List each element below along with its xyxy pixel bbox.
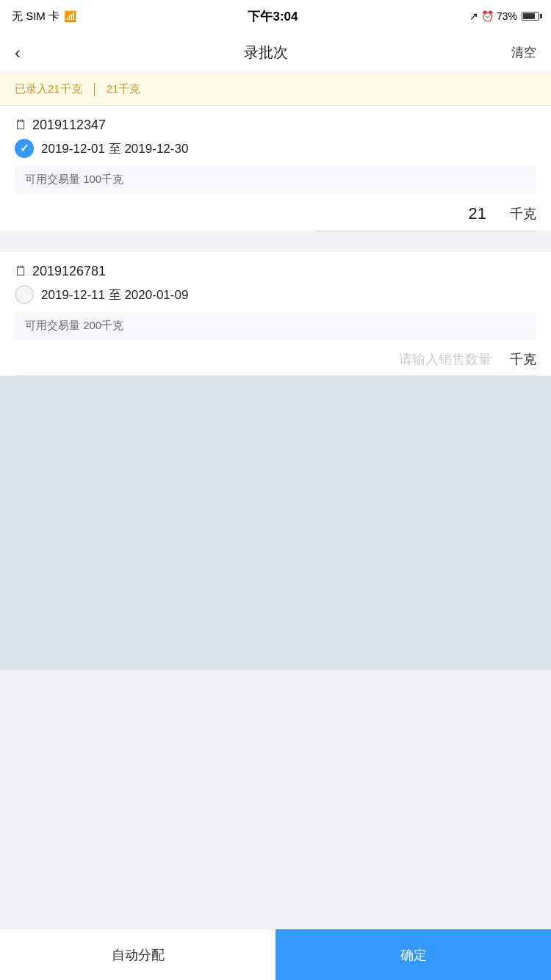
status-time: 下午3:04 [248,8,298,25]
batch1-id: 2019112347 [32,118,106,133]
summary-divider [94,83,95,96]
batch2-date: 2019-12-11 至 2020-01-09 [41,287,188,303]
batch2-header: 🗒 2019126781 [15,264,536,279]
batch1-date-row[interactable]: 2019-12-01 至 2019-12-30 [15,139,536,158]
batch-card-1: 🗒 2019112347 2019-12-01 至 2019-12-30 可用交… [0,106,551,194]
batch2-qty-unit: 千克 [510,350,536,368]
location-icon: ↗ [469,10,478,22]
battery-icon [522,12,539,21]
batch2-id: 2019126781 [32,264,106,279]
battery-text: 73% [497,10,517,22]
batch2-input-row: 千克 [0,340,551,375]
confirm-button[interactable]: 确定 [276,929,551,980]
gray-area [0,376,551,670]
batch1-date: 2019-12-01 至 2019-12-30 [41,140,188,157]
batch1-icon: 🗒 [15,118,28,133]
status-left: 无 SIM 卡 📶 [12,10,76,24]
bottom-bar: 自动分配 确定 [0,929,551,980]
batch1-qty-row: 21 千克 [0,194,551,231]
summary-label2: 21千克 [107,82,141,96]
batch2-qty-input[interactable] [332,352,503,367]
batch1-avail-box: 可用交易量 100千克 [15,165,536,194]
batch2-radio[interactable] [15,285,34,304]
alarm-icon: ⏰ [481,10,494,22]
status-bar: 无 SIM 卡 📶 下午3:04 ↗ ⏰ 73% [0,0,551,32]
summary-banner: 已录入21千克 21千克 [0,73,551,106]
status-right: ↗ ⏰ 73% [469,10,539,22]
clear-button[interactable]: 清空 [511,44,536,61]
batch1-qty-unit: 千克 [510,205,536,223]
batch2-icon: 🗒 [15,264,28,279]
section-gap-1 [0,243,551,252]
wifi-icon: 📶 [64,10,76,22]
back-button[interactable]: ‹ [15,43,21,63]
page-title: 录批次 [244,43,288,62]
batch2-date-row[interactable]: 2019-12-11 至 2020-01-09 [15,285,536,304]
auto-distribute-button[interactable]: 自动分配 [0,929,276,980]
summary-label1: 已录入21千克 [15,82,82,96]
sim-label: 无 SIM 卡 [12,10,60,24]
batch1-avail-text: 可用交易量 100千克 [25,173,123,185]
batch1-header: 🗒 2019112347 [15,118,536,133]
nav-bar: ‹ 录批次 清空 [0,32,551,73]
batch2-avail-text: 可用交易量 200千克 [25,319,123,331]
batch1-qty-value: 21 [469,204,486,223]
batch-card-2: 🗒 2019126781 2019-12-11 至 2020-01-09 可用交… [0,252,551,340]
batch2-avail-box: 可用交易量 200千克 [15,311,536,340]
batch1-radio[interactable] [15,139,34,158]
